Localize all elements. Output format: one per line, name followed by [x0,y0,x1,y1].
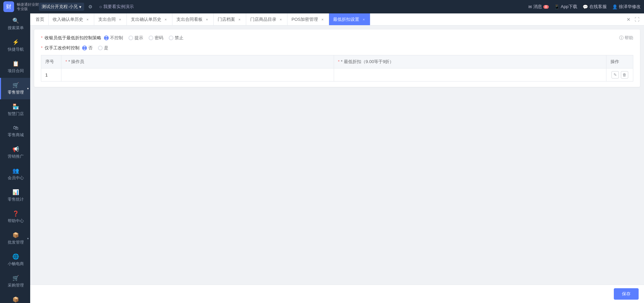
radio-password[interactable]: 密码 [149,35,163,41]
help-btn[interactable]: ⓘ 帮助 [619,35,633,41]
sidebar-item-help[interactable]: ❓ 帮助中心 [0,206,30,228]
message-btn[interactable]: ✉ 消息 8 [528,4,549,10]
col-header-action: 操作 [606,55,633,68]
tab-close-payment-confirm-history[interactable]: × [163,17,168,22]
row-delete-btn[interactable]: 🗑 [621,71,628,79]
sidebar: 🔍 搜索菜单 ⚡ 快捷导航 📋 项目合同 🛒 零售管理 🏪 智慧门店 🛍 零售商… [0,13,30,303]
manual-price-radio-group: 否 是 [82,45,108,51]
sidebar-item-retail-mall[interactable]: 🛍 零售商城 [0,121,30,142]
top-bar-right: ✉ 消息 8 📱 App下载 💬 在线客服 👤 徐泽华修改 [528,4,641,10]
logo: 财 畅捷通好业财 专业版 [3,1,39,12]
radio-forbidden[interactable]: 禁止 [169,35,183,41]
sidebar-item-retail-manage[interactable]: 🛒 零售管理 [0,78,30,99]
wholesale-icon: 📦 [12,232,19,238]
retail-manage-icon: 🛒 [12,82,19,88]
settings-card: * 收银员低于最低折扣控制策略 不控制 提示 [34,30,640,87]
tab-payment-confirm-history[interactable]: 支出确认单历史 × [127,13,172,26]
policy-radio-group: 不控制 提示 密码 禁止 [104,35,183,41]
radio-yes[interactable]: 是 [98,45,108,51]
ecommerce-icon: 🌐 [12,253,19,260]
cell-min-discount[interactable] [334,68,606,82]
online-service-icon: 💬 [583,4,588,9]
help-icon: ❓ [12,210,19,217]
logo-text: 畅捷通好业财 专业版 [17,2,39,11]
shortcut-icon: ⚡ [12,39,19,45]
project-arrow-icon: ▾ [79,4,82,9]
radio-forbidden-circle [169,36,173,40]
radio-no-control[interactable]: 不控制 [104,35,123,41]
sidebar-item-wholesale[interactable]: 📦 批发管理 [0,228,30,249]
tab-home[interactable]: 首页 [32,13,49,26]
online-service-btn[interactable]: 💬 在线客服 [583,4,607,10]
tab-store-file[interactable]: 门店档案 × [214,13,246,26]
app-download-btn[interactable]: 📱 App下载 [554,4,577,10]
tab-close-min-discount-setting[interactable]: × [361,17,366,22]
help-circle-icon: ⓘ [619,35,624,41]
radio-hint[interactable]: 提示 [128,35,143,41]
row-edit-btn[interactable]: ✎ [611,71,619,79]
user-avatar-icon: 👤 [612,4,618,9]
logo-icon: 财 [3,1,14,12]
sidebar-item-member[interactable]: 👥 会员中心 [0,163,30,185]
edit-icon: ✎ [613,72,617,77]
tab-close-income-confirm-history[interactable]: × [85,17,90,22]
content-area: 首页 收入确认单历史 × 支出合同 × 支出确认单历史 × 支出合同看板 × 门… [30,13,644,303]
radio-no-circle [82,46,87,50]
radio-password-circle [149,36,153,40]
operator-input[interactable] [65,72,330,78]
member-icon: 👥 [12,167,19,174]
save-button[interactable]: 保存 [614,288,639,300]
tab-pos-password[interactable]: POS加密管理 × [287,13,329,26]
sidebar-item-inventory[interactable]: 📦 库存核算 [0,292,30,303]
top-gear-btn[interactable]: ⚙ [87,3,94,11]
tab-income-confirm-history[interactable]: 收入确认单历史 × [49,13,94,26]
app-download-icon: 📱 [554,4,559,9]
tab-maximize-btn[interactable]: ⛶ [633,16,641,23]
tab-close-store-goods-catalog[interactable]: × [278,17,283,22]
tab-bar-actions: ✕ ⛶ [623,16,643,23]
sidebar-item-marketing[interactable]: 📢 营销推广 [0,142,30,163]
settings-icon: ⚙ [87,3,94,11]
bottom-bar: 保存 [30,285,644,303]
message-icon: ✉ [528,4,532,9]
tab-close-payment-contract-board[interactable]: × [205,17,209,22]
inventory-icon: 📦 [12,296,19,303]
required-star-manual: * [41,45,43,50]
tab-payment-contract[interactable]: 支出合同 × [94,13,127,26]
radio-yes-circle [98,46,103,50]
tab-close-all-btn[interactable]: ✕ [625,16,632,23]
cell-action: ✎ 🗑 [606,68,633,82]
sidebar-item-project-contract[interactable]: 📋 项目合同 [0,56,30,78]
manual-price-form-row: * 仅手工改价时控制 否 是 [41,45,633,51]
policy-label: * 收银员低于最低折扣控制策略 [41,35,101,41]
required-star-policy: * [41,35,43,40]
sidebar-item-search[interactable]: 🔍 搜索菜单 [0,13,30,35]
user-btn[interactable]: 👤 徐泽华修改 [612,4,641,10]
radio-no[interactable]: 否 [82,45,93,51]
project-contract-icon: 📋 [12,60,19,67]
cell-operator[interactable] [61,68,334,82]
sidebar-item-ecommerce[interactable]: 🌐 小畅电商 [0,249,30,271]
table-row: 1 [41,68,633,82]
tab-close-store-file[interactable]: × [237,17,242,22]
min-discount-input[interactable] [338,72,602,78]
tab-payment-contract-board[interactable]: 支出合同看板 × [172,13,214,26]
tab-min-discount-setting[interactable]: 最低折扣设置 × [329,13,370,26]
purchase-icon: 🛒 [12,275,19,281]
demo-icon: ○ [99,4,102,9]
retail-mall-icon: 🛍 [13,125,18,131]
sidebar-item-retail-stats[interactable]: 📊 零售统计 [0,185,30,206]
project-selector[interactable]: 测试分开克程·小兄 ▾ [39,3,84,11]
marketing-icon: 📢 [12,146,19,152]
smart-store-icon: 🏪 [12,103,19,110]
sidebar-item-shortcut[interactable]: ⚡ 快捷导航 [0,35,30,56]
policy-form-row: * 收银员低于最低折扣控制策略 不控制 提示 [41,35,633,41]
tab-bar: 首页 收入确认单历史 × 支出合同 × 支出确认单历史 × 支出合同看板 × 门… [30,13,644,26]
sidebar-item-purchase[interactable]: 🛒 采购管理 [0,271,30,292]
tab-store-goods-catalog[interactable]: 门店商品目录 × [246,13,287,26]
tab-close-pos-password[interactable]: × [320,17,325,22]
main-layout: 🔍 搜索菜单 ⚡ 快捷导航 📋 项目合同 🛒 零售管理 🏪 智慧门店 🛍 零售商… [0,13,644,303]
tab-close-payment-contract[interactable]: × [118,17,122,22]
sidebar-item-smart-store[interactable]: 🏪 智慧门店 [0,99,30,121]
demo-link[interactable]: ○ 我要看实例演示 [99,4,134,10]
